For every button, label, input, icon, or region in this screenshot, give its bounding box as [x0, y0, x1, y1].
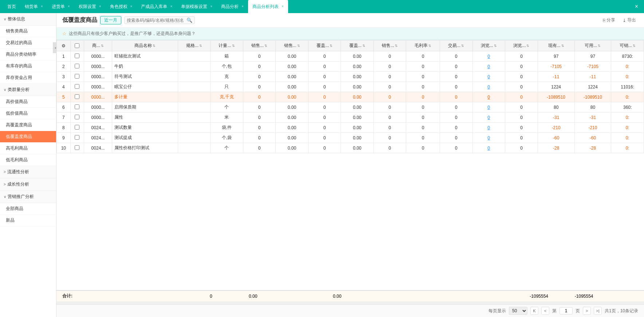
nav-template[interactable]: 单据模板设置 ×: [177, 0, 217, 13]
cell-browse1[interactable]: 0: [472, 102, 505, 112]
sidebar-item-sales-products[interactable]: 销售类商品: [0, 25, 56, 37]
cell-browse1[interactable]: 0: [472, 72, 505, 82]
time-filter-button[interactable]: 近一月: [100, 16, 121, 24]
sidebar-item-category-rate[interactable]: 商品分类动销率: [0, 49, 56, 60]
cell-checkbox[interactable]: [70, 62, 84, 72]
table-container[interactable]: ⚙ 商...⇅ 商品名称⇅ 规格...⇅ 计量...⇅ 销售...⇅ 销售...…: [56, 40, 644, 290]
sidebar-item-stock-products[interactable]: 有库存的商品: [0, 60, 56, 72]
th-available[interactable]: 可用...⇅: [574, 40, 611, 51]
sidebar-item-all-products[interactable]: 全部商品: [0, 203, 56, 215]
row-checkbox[interactable]: [75, 54, 79, 58]
cell-checkbox[interactable]: [70, 143, 84, 153]
sidebar-item-high-value[interactable]: 高价值商品: [0, 96, 56, 108]
cell-checkbox[interactable]: [70, 82, 84, 92]
cell-checkbox[interactable]: [70, 72, 84, 82]
cell-browse1[interactable]: 0: [472, 82, 505, 92]
share-button[interactable]: ⎘ 分享: [601, 16, 617, 24]
window-close-button[interactable]: ×: [632, 3, 641, 10]
nav-sales[interactable]: 销货单 ×: [20, 0, 47, 13]
sidebar-item-low-coverage[interactable]: 低覆盖度商品: [0, 131, 56, 143]
nav-role-close[interactable]: ×: [130, 0, 133, 13]
nav-purchase-close[interactable]: ×: [68, 0, 70, 13]
cell-checkbox[interactable]: [70, 123, 84, 133]
cell-checkbox[interactable]: [70, 102, 84, 112]
sidebar-item-low-value[interactable]: 低价值商品: [0, 108, 56, 119]
nav-purchase[interactable]: 进货单 ×: [47, 0, 74, 13]
nav-template-close[interactable]: ×: [210, 0, 212, 13]
search-icon[interactable]: 🔍: [186, 17, 192, 23]
nav-home[interactable]: 首页: [3, 0, 20, 13]
th-current[interactable]: 现有...⇅: [538, 40, 574, 51]
nav-role[interactable]: 角色授权 ×: [106, 0, 137, 13]
sidebar-section-liquidity[interactable]: > 流通性分析: [0, 166, 56, 178]
nav-analysis-list[interactable]: 商品分析列表 ×: [248, 0, 288, 13]
th-gross[interactable]: 毛利率⇅: [406, 40, 440, 51]
horizontal-scrollbar[interactable]: [56, 301, 644, 304]
sidebar-collapse-button[interactable]: «: [53, 42, 56, 53]
nav-permission-close[interactable]: ×: [99, 0, 101, 13]
next-page-button[interactable]: >: [583, 307, 591, 315]
nav-sales-close[interactable]: ×: [41, 0, 43, 13]
cell-browse1[interactable]: 0: [472, 133, 505, 143]
row-checkbox[interactable]: [75, 145, 79, 150]
row-checkbox[interactable]: [75, 125, 79, 130]
th-spec[interactable]: 规格...⇅: [178, 40, 211, 51]
nav-product-close[interactable]: ×: [170, 0, 172, 13]
export-button[interactable]: ⤓ 导出: [620, 16, 638, 24]
row-checkbox[interactable]: [75, 74, 79, 79]
th-sales-amt[interactable]: 销售...⇅: [276, 40, 309, 51]
select-all-checkbox[interactable]: [75, 43, 79, 48]
cell-browse1[interactable]: 0: [472, 112, 505, 123]
sidebar-section-marketing[interactable]: ∨ 营销推广分析: [0, 191, 56, 203]
cell-checkbox[interactable]: [70, 133, 84, 143]
cell-checkbox[interactable]: [70, 51, 84, 62]
cell-browse1[interactable]: 0: [472, 92, 505, 102]
th-code[interactable]: 商...⇅: [84, 40, 112, 51]
prev-page-button[interactable]: <: [541, 307, 549, 315]
nav-permission[interactable]: 权限设置 ×: [74, 0, 106, 13]
nav-product[interactable]: 产成品入库单 ×: [137, 0, 177, 13]
row-checkbox[interactable]: [75, 94, 79, 99]
cell-browse1[interactable]: 0: [472, 62, 505, 72]
th-cover2[interactable]: 覆盖...⇅: [341, 40, 374, 51]
sidebar-section-overall[interactable]: ∨ 整体信息: [0, 13, 56, 25]
sidebar-item-high-coverage[interactable]: 高覆盖度商品: [0, 119, 56, 131]
sidebar-item-low-gross[interactable]: 低毛利商品: [0, 154, 56, 166]
cell-browse1[interactable]: 0: [472, 143, 505, 153]
sidebar-item-traded-products[interactable]: 交易过的商品: [0, 37, 56, 49]
cell-checkbox[interactable]: [70, 112, 84, 123]
cell-browse1[interactable]: 0: [472, 51, 505, 62]
cell-browse1[interactable]: 0: [472, 123, 505, 133]
th-sellable[interactable]: 可销...⇅: [611, 40, 644, 51]
sidebar-section-growth[interactable]: > 成长性分析: [0, 178, 56, 191]
page-number-input[interactable]: [559, 307, 573, 314]
th-unit[interactable]: 计量...⇅: [211, 40, 243, 51]
last-page-button[interactable]: >|: [594, 307, 602, 315]
th-browse1[interactable]: 浏览...⇅: [472, 40, 505, 51]
th-sales3[interactable]: 销售...⇅: [373, 40, 406, 51]
sidebar-item-new-products[interactable]: 新品: [0, 215, 56, 226]
cell-cover2: 0.00: [341, 51, 374, 62]
th-trade[interactable]: 交易...⇅: [440, 40, 473, 51]
th-name[interactable]: 商品名称⇅: [112, 40, 178, 51]
sidebar-item-high-gross[interactable]: 高毛利商品: [0, 143, 56, 154]
nav-analysis-list-close[interactable]: ×: [282, 0, 284, 13]
cell-checkbox[interactable]: [70, 92, 84, 102]
nav-analysis[interactable]: 商品分析 ×: [217, 0, 248, 13]
th-browse2[interactable]: 浏览...⇅: [505, 40, 538, 51]
row-checkbox[interactable]: [75, 64, 79, 68]
search-input[interactable]: [127, 18, 185, 23]
nav-analysis-close[interactable]: ×: [242, 0, 244, 13]
th-cover1[interactable]: 覆盖...⇅: [308, 40, 341, 51]
row-checkbox[interactable]: [75, 84, 79, 89]
th-checkbox[interactable]: [70, 40, 84, 51]
row-checkbox[interactable]: [75, 135, 79, 140]
row-checkbox[interactable]: [75, 104, 79, 109]
sidebar-item-stock-funds[interactable]: 库存资金占用: [0, 72, 56, 84]
per-page-select[interactable]: 50 100 200: [509, 307, 527, 315]
sidebar-section-group[interactable]: ∨ 类群量分析: [0, 84, 56, 96]
row-checkbox[interactable]: [75, 115, 79, 119]
th-settings[interactable]: ⚙: [57, 40, 71, 51]
th-sales-qty[interactable]: 销售...⇅: [243, 40, 276, 51]
first-page-button[interactable]: K: [530, 307, 538, 315]
